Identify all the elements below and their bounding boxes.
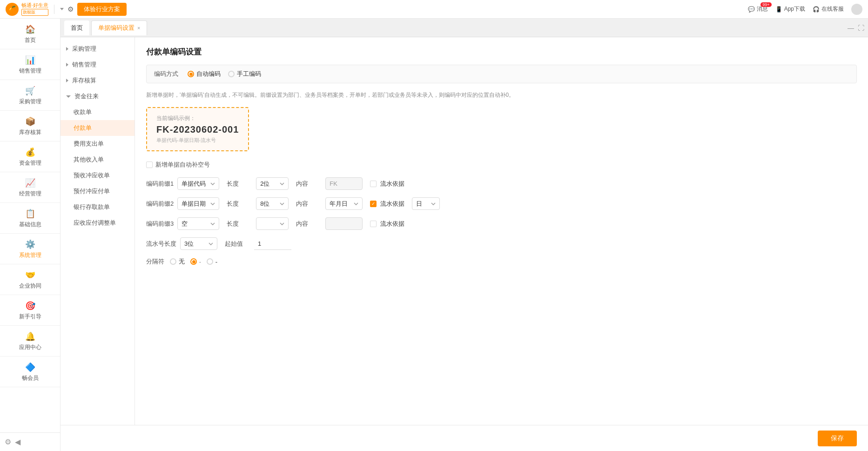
sidebar-item-label: 应用中心 xyxy=(19,343,41,351)
sidebar-item-purchase[interactable]: 🛒 采购管理 xyxy=(0,80,60,111)
sidebar-item-operations[interactable]: 📈 经营管理 xyxy=(0,172,60,203)
serial-length-select[interactable]: 3位 4位 5位 xyxy=(180,237,217,250)
prefix1-select[interactable]: 单据代码 部门 业务员 空 xyxy=(177,177,219,190)
sub-item-expense[interactable]: 费用支出单 xyxy=(61,136,135,152)
sidebar-bottom: ⚙ ◀ xyxy=(0,432,60,451)
sep-dot-radio-circle xyxy=(190,258,197,265)
tabbar-actions: — ⛶ xyxy=(848,24,864,32)
sub-title-purchase[interactable]: 采购管理 xyxy=(61,41,135,57)
sub-sidebar: 采购管理 销售管理 库存核算 xyxy=(61,37,135,425)
prefix3-select[interactable]: 空 单据代码 部门 业务员 xyxy=(177,217,219,230)
sidebar-item-sales[interactable]: 📊 销售管理 xyxy=(0,49,60,80)
prefix2-cycle-field: 日 月 年 xyxy=(412,197,440,210)
autofill-checkbox[interactable] xyxy=(146,162,153,168)
prefix1-length-select[interactable]: 2位 3位 4位 xyxy=(256,177,289,190)
prefix3-serial-field: 流水依据 xyxy=(370,220,404,228)
prefix3-length-select[interactable] xyxy=(256,217,289,230)
start-value-input[interactable] xyxy=(254,238,291,250)
triangle-icon xyxy=(66,79,68,82)
serial-length-row: 流水号长度 3位 4位 5位 起始值 xyxy=(146,237,857,250)
prefix3-length-label: 长度 xyxy=(227,220,252,228)
sub-item-adjustment[interactable]: 应收应付调整单 xyxy=(61,215,135,231)
avatar[interactable] xyxy=(851,4,862,15)
separator-label: 分隔符 xyxy=(146,257,164,266)
triangle-open-icon xyxy=(66,95,71,98)
auto-radio-label: 自动编码 xyxy=(196,70,221,78)
tab-encoding-settings[interactable]: 单据编码设置 × xyxy=(91,20,147,35)
topbar-right: 💬 消息 99+ 📱 App下载 🎧 在线客服 xyxy=(748,4,862,15)
sidebar-settings-button[interactable]: ⚙ xyxy=(5,438,11,446)
code-preview-box: 当前编码示例： FK-20230602-001 单据代码-单据日期-流水号 xyxy=(146,107,249,151)
settings-icon[interactable]: ⚙ xyxy=(67,5,74,13)
sidebar-item-member[interactable]: 🔷 畅会员 xyxy=(0,357,60,387)
sub-item-payment[interactable]: 付款单 xyxy=(61,120,135,136)
sub-item-pre-payable[interactable]: 预付冲应付单 xyxy=(61,183,135,199)
sub-item-other-income[interactable]: 其他收入单 xyxy=(61,152,135,168)
trial-button[interactable]: 体验行业方案 xyxy=(77,3,127,16)
tab-minimize-button[interactable]: — xyxy=(848,24,854,32)
sidebar-item-cooperation[interactable]: 🤝 企业协同 xyxy=(0,264,60,295)
save-button[interactable]: 保存 xyxy=(818,431,857,446)
sub-item-receipt[interactable]: 收款单 xyxy=(61,104,135,120)
prefix3-content-input[interactable] xyxy=(325,217,363,230)
topbar: 🍊 畅通·好生意 旗舰版 ⚙ 体验行业方案 💬 消息 99+ 📱 App下载 🎧… xyxy=(0,0,868,19)
sidebar-item-inventory[interactable]: 📦 库存核算 xyxy=(0,111,60,141)
prefix3-serial-checkbox[interactable] xyxy=(370,221,377,227)
online-service-button[interactable]: 🎧 在线客服 xyxy=(813,5,844,13)
prefix2-content-select[interactable]: 年月日 年月 年 xyxy=(325,197,363,210)
purchase-icon: 🛒 xyxy=(25,86,35,96)
separator-dash-radio[interactable]: - xyxy=(207,258,217,265)
sidebar-item-finance[interactable]: 💰 资金管理 xyxy=(0,141,60,172)
prefix2-serial-checkbox[interactable]: ✓ xyxy=(370,201,377,207)
nav-back-button[interactable] xyxy=(60,8,64,10)
sidebar-item-label: 畅会员 xyxy=(22,374,39,382)
main-layout: 🏠 首页 📊 销售管理 🛒 采购管理 📦 库存核算 💰 资金管理 📈 经营管理 … xyxy=(0,19,868,451)
prefix2-cycle-select[interactable]: 日 月 年 xyxy=(412,197,440,210)
prefix2-length-select[interactable]: 8位 6位 4位 xyxy=(256,197,289,210)
sidebar-collapse-button[interactable]: ◀ xyxy=(15,438,20,446)
manual-radio-label: 手工编码 xyxy=(237,70,261,78)
prefix2-row: 编码前缀2 单据日期 部门 业务员 空 长度 8位 6位 xyxy=(146,197,857,210)
sidebar-item-basic-info[interactable]: 📋 基础信息 xyxy=(0,203,60,234)
tab-home[interactable]: 首页 xyxy=(64,20,89,35)
prefix3-serial-label: 流水依据 xyxy=(380,220,404,228)
separator-none-label: 无 xyxy=(179,257,185,266)
tabbar: 首页 单据编码设置 × — ⛶ xyxy=(61,19,868,37)
sub-title-inventory[interactable]: 库存核算 xyxy=(61,73,135,88)
logo: 🍊 畅通·好生意 旗舰版 xyxy=(6,2,48,15)
prefix2-content-field: 内容 年月日 年月 年 xyxy=(296,197,363,210)
prefix2-length-field: 长度 8位 6位 4位 xyxy=(227,197,289,210)
separator-dot-radio[interactable]: · xyxy=(190,258,201,265)
sidebar-item-home[interactable]: 🏠 首页 xyxy=(0,19,60,49)
sidebar-item-label: 资金管理 xyxy=(19,159,41,167)
sub-item-bank[interactable]: 银行存取款单 xyxy=(61,199,135,215)
prefix1-serial-checkbox[interactable] xyxy=(370,181,377,187)
sidebar-item-system[interactable]: ⚙️ 系统管理 xyxy=(0,234,60,264)
sub-title-sales[interactable]: 销售管理 xyxy=(61,57,135,73)
info-text: 新增单据时，'单据编码'自动生成，不可编辑。前缀设置为部门、业务员等档案类，开单… xyxy=(146,91,857,100)
message-icon: 💬 xyxy=(748,6,755,13)
separator-none-radio[interactable]: 无 xyxy=(170,257,185,266)
prefix2-select[interactable]: 单据日期 部门 业务员 空 xyxy=(177,197,219,210)
prefix1-content-input[interactable] xyxy=(325,177,363,190)
message-button[interactable]: 💬 消息 99+ xyxy=(748,5,768,13)
tab-maximize-button[interactable]: ⛶ xyxy=(858,24,864,32)
prefix1-row: 编码前缀1 单据代码 部门 业务员 空 长度 2位 3位 xyxy=(146,177,857,190)
sidebar-item-label: 企业协同 xyxy=(19,282,41,290)
sidebar-item-guide[interactable]: 🎯 新手引导 xyxy=(0,295,60,326)
sidebar-item-label: 销售管理 xyxy=(19,67,41,75)
auto-encoding-radio[interactable]: 自动编码 xyxy=(188,70,221,78)
tab-close-icon[interactable]: × xyxy=(137,25,140,31)
sub-title-finance[interactable]: 资金往来 xyxy=(61,88,135,104)
bottom-bar: 保存 xyxy=(61,425,868,451)
logo-icon: 🍊 xyxy=(6,3,19,16)
prefix3-label: 编码前缀3 xyxy=(146,220,174,228)
sub-item-pre-receivable[interactable]: 预收冲应收单 xyxy=(61,168,135,183)
prefix1-content-label: 内容 xyxy=(296,180,322,188)
sidebar-item-app-center[interactable]: 🔔 应用中心 xyxy=(0,326,60,357)
start-value-label: 起始值 xyxy=(225,240,250,248)
prefix1-serial-label: 流水依据 xyxy=(380,180,404,188)
app-download-button[interactable]: 📱 App下载 xyxy=(775,5,805,13)
page-content: 采购管理 销售管理 库存核算 xyxy=(61,37,868,425)
manual-encoding-radio[interactable]: 手工编码 xyxy=(228,70,261,78)
